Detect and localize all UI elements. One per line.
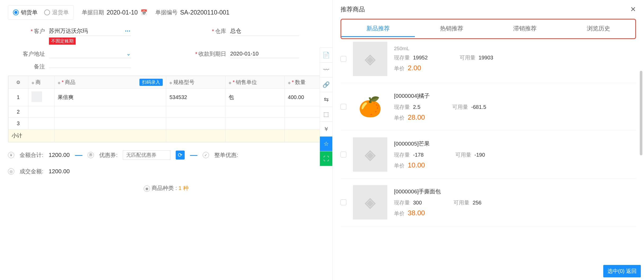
customer-value: 苏州万达沃尔玛 [49,27,88,35]
due-date-field[interactable]: *收款到期日 2020-01-10 [189,49,299,58]
final-amount: 1200.00 [49,168,70,175]
dash-icon: — [190,151,197,159]
doc-no-value: SA-20200110-001 [180,9,230,16]
close-icon[interactable]: ✕ [630,5,636,13]
sort-icon[interactable]: ◆ [169,81,172,85]
doc-date-field[interactable]: 单据日期 2020-01-10 📅 [82,9,147,16]
doc-no-label: 单据编号 [155,9,178,16]
sku-icon: ◉ [144,185,150,192]
tool-currency-icon[interactable]: ￥ [320,122,332,137]
sort-icon[interactable]: ◆ [31,81,34,85]
tab-return-order[interactable]: 退货单 [44,9,69,16]
tab-return-label: 退货单 [52,9,69,16]
product-item[interactable]: ◈ [0000005]芒果 现存量-178 可用量-190 单价10.00 [341,131,636,179]
tool-star-icon[interactable]: ☆ [320,137,332,151]
tool-link-icon[interactable]: 🔗 [320,77,332,92]
recommendation-tabs: 新品推荐 热销推荐 滞销推荐 浏览历史 [341,19,636,39]
discount-icon: ✓ [203,152,209,158]
sort-icon[interactable]: ◆ [58,81,61,85]
order-type-tabs: 销货单 退货单 [8,5,74,20]
recommendation-panel: 推荐商品 ✕ 新品推荐 热销推荐 滞销推荐 浏览历史 ◈ 250mL 现存量19… [332,0,644,280]
product-image-placeholder: ◈ [353,185,387,220]
sort-icon[interactable]: ◆ [229,81,232,85]
warehouse-value: 总仓 [230,27,241,35]
subtotal-row: 小计 [8,129,324,142]
tool-chart-icon[interactable]: 〰 [320,63,332,77]
due-date-value: 2020-01-10 [230,50,258,57]
tab-new[interactable]: 新品推荐 [341,21,415,37]
tab-sales-order[interactable]: 销货单 [13,9,38,16]
scrollbar[interactable] [640,71,642,155]
select-return-button[interactable]: 选中(0) 返回 [603,265,641,277]
product-checkbox[interactable] [341,152,346,157]
tool-exchange-icon[interactable]: ⇆ [320,92,332,107]
warehouse-field[interactable]: *仓库 总仓 [189,26,299,36]
tool-doc-icon[interactable]: 📄 [320,48,332,63]
tool-expand-icon[interactable]: ⛶ [320,151,332,166]
panel-title: 推荐商品 [341,5,365,13]
sales-form-panel: 销货单 退货单 单据日期 2020-01-10 📅 单据编号 SA-202001… [0,0,332,280]
product-checkbox[interactable] [341,56,346,62]
address-field[interactable]: 客户地址 ⌄ [8,49,131,58]
refresh-button[interactable]: ⟳ [176,151,185,160]
remark-field[interactable]: 备注 [8,63,131,70]
tab-slow[interactable]: 滞销推荐 [488,21,562,37]
side-toolbar: 📄 〰 🔗 ⇆ ⬚ ￥ ☆ ⛶ [320,48,332,166]
sku-summary: ◉ 商品种类 : 1 种 [8,184,324,192]
coupon-icon: 券 [88,152,94,158]
chevron-down-icon[interactable]: ⌄ [126,50,131,57]
tab-history[interactable]: 浏览历史 [562,21,635,37]
tab-sales-label: 销货单 [21,9,38,16]
doc-no-field: 单据编号 SA-20200110-001 [155,9,230,16]
radio-selected-icon [13,10,19,15]
product-image-placeholder: ◈ [353,137,387,172]
sort-icon[interactable]: ◆ [288,81,291,85]
final-icon: ◎ [8,168,14,175]
currency-icon: ¥ [8,152,14,158]
table-row[interactable]: 1 果倍爽 534532 包 400.00 [8,89,324,106]
dash-icon: — [75,151,82,159]
product-checkbox[interactable] [341,199,346,205]
product-item[interactable]: ◈ 250mL 现存量19952 可用量19903 单价2.00 [341,39,636,83]
gear-icon[interactable]: ⚙ [16,80,20,85]
scan-input-button[interactable]: 扫码录入 [139,79,163,86]
product-item[interactable]: ◈ [0000006]手撕面包 现存量300 可用量256 单价38.00 [341,179,636,226]
doc-date-label: 单据日期 [82,9,104,16]
doc-date-value: 2020-01-10 [107,9,138,16]
calendar-icon[interactable]: 📅 [140,9,147,16]
table-row[interactable]: 3 [8,118,324,129]
more-dots-icon[interactable]: ⋯ [125,28,131,34]
customer-tag: 不固定账期 [49,38,76,45]
product-thumb [31,91,42,102]
product-image-orange: 🍊 [353,90,387,124]
radio-unselected-icon [44,10,50,15]
tab-hot[interactable]: 热销推荐 [415,21,488,37]
amount-total: 1200.00 [49,152,70,158]
product-item[interactable]: 🍊 [0000004]橘子 现存量2.5 可用量-681.5 单价28.00 [341,83,636,131]
coupon-input[interactable] [123,150,170,160]
customer-field[interactable]: *客户 苏州万达沃尔玛 ⋯ [8,26,131,36]
product-list[interactable]: ◈ 250mL 现存量19952 可用量19903 单价2.00 🍊 [0000… [333,39,644,262]
product-checkbox[interactable] [341,104,346,110]
table-row[interactable]: 2 [8,106,324,118]
tool-archive-icon[interactable]: ⬚ [320,107,332,122]
line-items-table: ⚙ ◆商 ◆*商品扫码录入 ◆规格型号 ◆*销售单位 ◆*数量 1 果倍爽 53… [8,76,324,142]
product-image-placeholder: ◈ [353,42,387,76]
